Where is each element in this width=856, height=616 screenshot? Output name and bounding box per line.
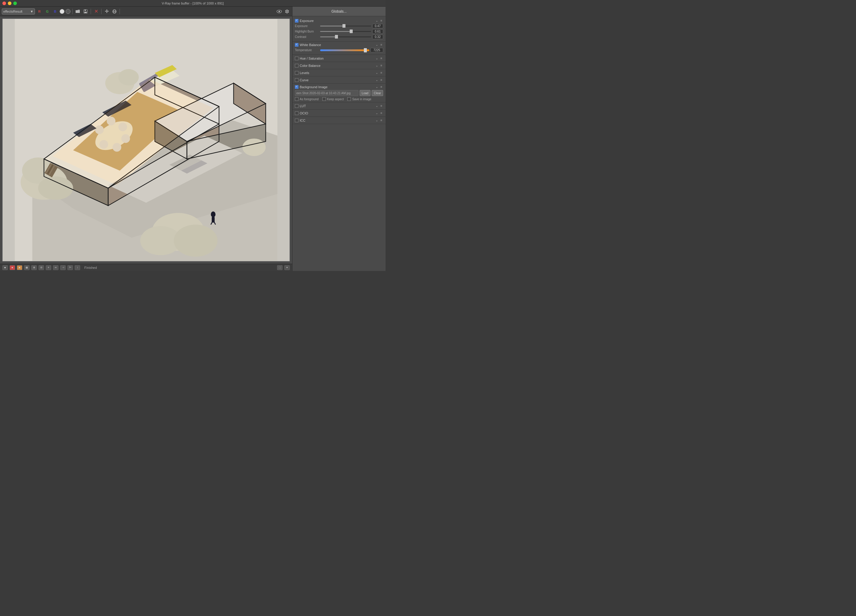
status-btn-8[interactable]: H (53, 265, 59, 270)
status-btn-6[interactable]: ⊟ (38, 265, 44, 270)
delete-icon[interactable]: ✕ (93, 8, 99, 15)
highlight-burn-value[interactable]: 0.61 (372, 29, 383, 34)
exposure-value[interactable]: 0.47 (372, 24, 383, 28)
status-btn-10[interactable]: ⊢ (68, 265, 73, 270)
minimize-button[interactable] (8, 2, 11, 5)
color-balance-checkbox[interactable] (295, 64, 299, 68)
ocio-checkbox[interactable] (295, 111, 299, 115)
svg-point-8 (286, 11, 288, 12)
ocio-menu-icon[interactable]: ≡ (380, 111, 383, 115)
as-foreground-checkbox[interactable] (295, 97, 299, 101)
lut-section: LUT ⌄ ≡ (293, 102, 385, 110)
temperature-value[interactable]: 7225 (371, 48, 383, 52)
icc-menu-icon[interactable]: ≡ (380, 118, 383, 122)
status-btn-3[interactable]: ■ (17, 265, 22, 270)
white-balance-checkbox[interactable] (295, 43, 299, 47)
hue-saturation-menu-icon[interactable]: ≡ (380, 56, 383, 60)
status-btn-2[interactable]: ■ (10, 265, 15, 270)
rgb-icon[interactable]: R (36, 8, 43, 15)
icc-section: ICC ⌄ ≡ (293, 117, 385, 124)
background-image-menu-icon[interactable]: ≡ (380, 85, 383, 89)
curve-collapse-icon[interactable]: ⌄ (375, 78, 379, 82)
hue-saturation-collapse-icon[interactable]: ⌄ (375, 56, 379, 60)
status-collapse-btn[interactable]: ▾ (284, 265, 290, 270)
status-btn-7[interactable]: ≡ (46, 265, 51, 270)
white-balance-collapse-icon[interactable]: ⌄ (375, 43, 379, 47)
panel-title: Globals... (331, 9, 347, 14)
toolbar-divider-2 (91, 9, 91, 14)
status-btn-4[interactable]: ▦ (24, 265, 29, 270)
save-in-image-item: Save in image (347, 97, 371, 101)
status-expand-btn[interactable]: ⬚ (277, 265, 283, 270)
close-button[interactable] (2, 2, 6, 5)
status-btn-1[interactable]: ■ (2, 265, 8, 270)
icc-checkbox[interactable] (295, 118, 299, 122)
status-btn-11[interactable]: ↕ (75, 265, 80, 270)
maximize-button[interactable] (13, 2, 17, 5)
background-image-header: Background Image ⌄ ≡ (295, 85, 383, 89)
levels-section: Levels ⌄ ≡ (293, 69, 385, 77)
layer-dropdown-value: effectsResult (3, 10, 22, 13)
temperature-slider-row: Temperature 7225 (295, 48, 383, 52)
clear-button[interactable]: Clear (372, 90, 383, 96)
white-balance-actions: ⌄ ≡ (375, 43, 383, 47)
layer-dropdown[interactable]: effectsResult ▼ (2, 8, 35, 14)
hue-saturation-section: Hue / Saturation ⌄ ≡ (293, 55, 385, 62)
curve-checkbox[interactable] (295, 78, 299, 82)
keep-aspect-checkbox[interactable] (322, 97, 326, 101)
lut-checkbox[interactable] (295, 104, 299, 108)
contrast-label: Contrast (295, 35, 319, 38)
contrast-value[interactable]: 0.32 (372, 35, 383, 39)
exposure-actions: ⌄ ≡ (375, 18, 383, 23)
svg-point-44 (119, 69, 139, 86)
highlight-burn-fill (320, 31, 351, 32)
folder-icon[interactable] (74, 8, 81, 15)
exposure-collapse-icon[interactable]: ⌄ (375, 18, 379, 23)
load-button[interactable]: Load (360, 90, 371, 96)
as-foreground-item: As foreground (295, 97, 319, 101)
color-balance-menu-icon[interactable]: ≡ (380, 63, 383, 68)
levels-menu-icon[interactable]: ≡ (380, 71, 383, 75)
save-icon[interactable] (82, 8, 89, 15)
lut-menu-icon[interactable]: ≡ (380, 104, 383, 108)
contrast-thumb[interactable] (335, 35, 338, 38)
eye-icon[interactable] (276, 8, 283, 15)
status-btn-5[interactable]: ⊞ (31, 265, 37, 270)
background-image-row: een Shot 2020-02-03 at 10.43.21 AM.jpg L… (295, 90, 383, 96)
lut-collapse-icon[interactable]: ⌄ (375, 104, 379, 108)
icc-collapse-icon[interactable]: ⌄ (375, 118, 379, 122)
svg-point-7 (279, 11, 280, 12)
status-btn-9[interactable]: ⊣ (60, 265, 66, 270)
white-circle-btn[interactable] (60, 9, 65, 14)
background-image-collapse-icon[interactable]: ⌄ (375, 85, 379, 89)
save-in-image-checkbox[interactable] (347, 97, 351, 101)
exposure-menu-icon[interactable]: ≡ (380, 18, 383, 23)
globe-icon[interactable] (111, 8, 118, 15)
dropdown-arrow-icon: ▼ (30, 10, 34, 13)
dark-circle-btn[interactable] (66, 9, 71, 14)
background-image-filename: een Shot 2020-02-03 at 10.43.21 AM.jpg (296, 92, 351, 95)
ocio-collapse-icon[interactable]: ⌄ (375, 111, 379, 115)
svg-rect-1 (84, 12, 87, 13)
exposure-track (320, 26, 371, 26)
curve-menu-icon[interactable]: ≡ (380, 78, 383, 82)
settings-icon[interactable] (284, 8, 290, 15)
highlight-burn-thumb[interactable] (350, 29, 353, 33)
levels-collapse-icon[interactable]: ⌄ (375, 71, 379, 75)
green-icon[interactable]: G (44, 8, 51, 15)
svg-point-42 (242, 138, 266, 156)
crosshair-icon[interactable]: ✛ (103, 8, 110, 15)
exposure-checkbox[interactable] (295, 19, 299, 23)
levels-checkbox[interactable] (295, 71, 299, 75)
status-text: Finished (84, 266, 97, 269)
hue-saturation-checkbox[interactable] (295, 57, 299, 60)
temperature-thumb[interactable] (364, 48, 367, 52)
blue-icon[interactable]: B (52, 8, 59, 15)
color-balance-collapse-icon[interactable]: ⌄ (375, 63, 379, 68)
exposure-thumb[interactable] (342, 24, 345, 28)
white-balance-menu-icon[interactable]: ≡ (380, 43, 383, 47)
toolbar-divider-4 (120, 9, 120, 14)
exposure-fill (320, 26, 344, 26)
exposure-header: Exposure ⌄ ≡ (295, 18, 383, 23)
background-image-checkbox[interactable] (295, 85, 299, 89)
